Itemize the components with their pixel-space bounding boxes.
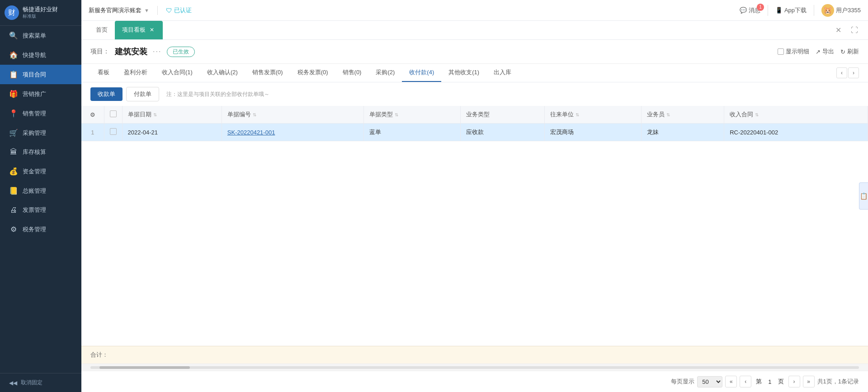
cell-biz-type: 应收款 [461, 124, 544, 141]
sidebar-item-8[interactable]: 📒 总账管理 [0, 181, 81, 201]
account-selector[interactable]: 新服务官网演示账套 ▼ [89, 6, 149, 14]
prev-page-btn[interactable]: ‹ [740, 376, 751, 387]
sidebar-item-0[interactable]: 🔍 搜索菜单 [0, 26, 81, 45]
current-page: 1 [766, 378, 773, 385]
tab-project-board[interactable]: 项目看板 ✕ [115, 21, 163, 39]
maximize-btn[interactable]: ⛶ [848, 24, 861, 37]
nav-icon-3: 🎁 [9, 90, 18, 98]
sub-nav-prev-btn[interactable]: ‹ [836, 67, 847, 78]
sub-nav-item-7[interactable]: 采购(2) [368, 64, 402, 82]
settings-icon[interactable]: ⚙ [90, 111, 95, 118]
sidebar-item-10[interactable]: ⚙ 税务管理 [0, 220, 81, 239]
total-label: 合计： [90, 351, 108, 358]
sub-nav-next-btn[interactable]: › [848, 67, 859, 78]
cell-index: 1 [81, 124, 104, 141]
scrollbar-area [81, 363, 868, 371]
tab-home-label: 首页 [96, 26, 108, 34]
checkbox-col-header[interactable] [104, 106, 122, 124]
sub-nav-item-4[interactable]: 销售发票(0) [245, 64, 290, 82]
nav-icon-6: 🏛 [9, 148, 18, 156]
select-all-checkbox[interactable] [110, 110, 117, 117]
project-more-btn[interactable]: ··· [153, 48, 161, 56]
receipt-btn[interactable]: 收款单 [90, 87, 123, 101]
sub-nav-item-9[interactable]: 其他收支(1) [441, 64, 486, 82]
sub-nav-item-6[interactable]: 销售(0) [335, 64, 369, 82]
col-salesman-sort[interactable]: 业务员 ⇅ [647, 110, 718, 119]
show-detail-btn[interactable]: 显示明细 [778, 48, 809, 56]
user-avatar: 🐹 [821, 4, 834, 17]
app-download-btn[interactable]: 📱 App下载 [775, 6, 807, 14]
btn-group: 收款单 付款单 注：这里是与项目关联的全部收付款单哦～ [81, 82, 868, 106]
col-code: 单据编号 ⇅ [222, 106, 363, 124]
col-type-sort[interactable]: 单据类型 ⇅ [369, 110, 455, 119]
sidebar-unpin-btn[interactable]: ◀◀ 取消固定 [0, 373, 81, 392]
sort-icon-date: ⇅ [153, 112, 157, 117]
settings-col-header[interactable]: ⚙ [81, 106, 104, 124]
cell-contract: RC-20220401-002 [724, 124, 868, 141]
sidebar-item-7[interactable]: 💰 资金管理 [0, 162, 81, 181]
cell-checkbox[interactable] [104, 124, 122, 141]
user-menu[interactable]: 🐹 用户3355 [821, 4, 861, 17]
sidebar-item-5[interactable]: 🛒 采购管理 [0, 123, 81, 143]
close-window-btn[interactable]: ✕ [832, 24, 844, 37]
sidebar-item-6[interactable]: 🏛 库存核算 [0, 143, 81, 162]
page-size-select[interactable]: 50 100 200 [697, 376, 722, 387]
cell-code[interactable]: SK-20220421-001 [222, 124, 363, 141]
sub-nav-item-8[interactable]: 收付款(4) [402, 64, 441, 82]
table-body: 1 2022-04-21 SK-20220421-001 蓝单 应收款 宏茂商场 [81, 124, 868, 141]
sidebar-item-2[interactable]: 📋 项目合同 [0, 65, 81, 84]
message-icon: 💬 [740, 7, 747, 14]
col-type: 单据类型 ⇅ [364, 106, 461, 124]
col-contract-sort[interactable]: 收入合同 ⇅ [730, 110, 862, 119]
tab-home[interactable]: 首页 [89, 21, 115, 39]
nav-label-10: 税务管理 [23, 225, 46, 234]
export-icon: ↗ [816, 48, 821, 55]
right-sidebar-toggle[interactable]: 📋 [859, 182, 868, 210]
table-row[interactable]: 1 2022-04-21 SK-20220421-001 蓝单 应收款 宏茂商场 [81, 124, 868, 141]
export-btn[interactable]: ↗ 导出 [816, 48, 834, 56]
topbar-right: 💬 消息 1 📱 App下载 🐹 用户3355 [740, 4, 861, 17]
next-page-btn[interactable]: › [788, 376, 800, 387]
scrollbar-thumb[interactable] [99, 366, 190, 369]
payment-btn[interactable]: 付款单 [126, 87, 159, 101]
sidebar-item-4[interactable]: 📍 销售管理 [0, 104, 81, 123]
sub-nav-item-10[interactable]: 出入库 [486, 64, 519, 82]
topbar-sep-3 [814, 5, 814, 16]
sub-nav-item-1[interactable]: 盈利分析 [117, 64, 155, 82]
show-detail-checkbox[interactable] [778, 48, 784, 55]
message-btn[interactable]: 💬 消息 1 [740, 6, 760, 14]
page-label: 第 [754, 378, 764, 386]
col-partner-label: 往来单位 [550, 110, 574, 119]
first-page-btn[interactable]: « [725, 376, 737, 387]
col-salesman: 业务员 ⇅ [642, 106, 724, 124]
sub-nav-item-2[interactable]: 收入合同(1) [155, 64, 200, 82]
app-logo-icon: 财 [5, 5, 19, 20]
last-page-btn[interactable]: » [803, 376, 815, 387]
certified-badge: 🛡 已认证 [166, 6, 192, 14]
nav-label-4: 销售管理 [23, 110, 46, 118]
tab-close-icon[interactable]: ✕ [148, 26, 156, 33]
refresh-btn[interactable]: ↻ 刷新 [840, 48, 859, 56]
sub-nav-item-0[interactable]: 看板 [90, 64, 117, 82]
sidebar-item-9[interactable]: 🖨 发票管理 [0, 201, 81, 220]
cell-partner: 宏茂商场 [544, 124, 641, 141]
col-partner-sort[interactable]: 往来单位 ⇅ [550, 110, 636, 119]
page-total: 共1页，1条记录 [817, 378, 859, 386]
project-name: 建筑安装 [115, 46, 147, 57]
col-code-sort[interactable]: 单据编号 ⇅ [227, 110, 358, 119]
sidebar-nav-list: 🔍 搜索菜单 🏠 快捷导航 📋 项目合同 🎁 营销推广 📍 销售管理 🛒 采购管… [0, 26, 81, 373]
nav-label-5: 采购管理 [23, 129, 46, 137]
nav-icon-2: 📋 [9, 70, 18, 79]
page-content: 项目： 建筑安装 ··· 已生效 显示明细 ↗ 导出 ↻ 刷新 [81, 40, 868, 392]
sidebar-item-3[interactable]: 🎁 营销推广 [0, 84, 81, 104]
sub-nav-item-3[interactable]: 收入确认(2) [200, 64, 245, 82]
row-checkbox[interactable] [110, 128, 117, 135]
scrollbar-track[interactable] [90, 366, 859, 369]
col-date-sort[interactable]: 单据日期 ⇅ [128, 110, 216, 119]
code-link[interactable]: SK-20220421-001 [227, 129, 275, 136]
col-biz-type-label: 业务类型 [466, 111, 490, 118]
sidebar-item-1[interactable]: 🏠 快捷导航 [0, 45, 81, 65]
col-biz-type: 业务类型 [461, 106, 544, 124]
topbar-sep-2 [768, 5, 768, 16]
sub-nav-item-5[interactable]: 税务发票(0) [290, 64, 335, 82]
